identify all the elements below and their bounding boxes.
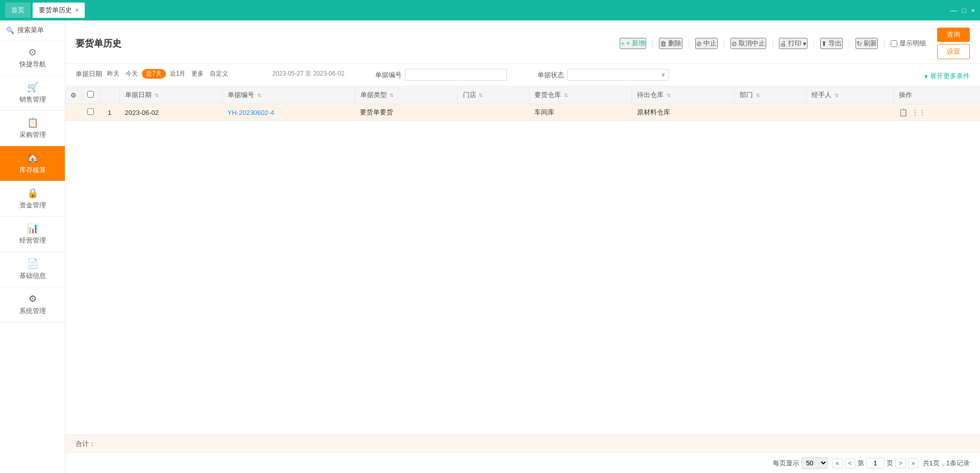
cancel-stop-label: 取消中止 (739, 39, 765, 48)
shortcut-7days[interactable]: 近7天 (142, 69, 166, 79)
per-page-select[interactable]: 20 50 100 (801, 457, 828, 469)
per-page-label: 每页显示 (773, 459, 799, 468)
date-filter-label: 单据日期 (76, 69, 102, 79)
sort-date-icon: ⇅ (155, 92, 159, 98)
divider-7 (884, 39, 885, 48)
cancel-stop-icon: ⊘ (731, 40, 737, 48)
print-icon: 🖨 (780, 40, 787, 48)
row-bill-no-link[interactable]: YH-20230602-4 (228, 109, 275, 116)
display-detail-toggle[interactable]: 显示明细 (891, 39, 926, 48)
sidebar-search[interactable]: 🔍 搜索菜单 (0, 20, 65, 40)
sidebar-item-label: 基础信息 (19, 271, 46, 280)
window-close-icon[interactable]: × (971, 7, 975, 14)
sidebar: 🔍 搜索菜单 ⊙ 快捷导航 🛒 销售管理 📋 采购管理 🏠 库存核算 🔒 资金管… (0, 20, 65, 473)
settings-button[interactable]: 设置 (937, 44, 970, 59)
refresh-button[interactable]: ↻ 刷新 (855, 38, 878, 49)
sales-icon: 🛒 (27, 82, 38, 93)
divider-5 (814, 39, 814, 48)
last-page-btn[interactable]: » (908, 458, 919, 468)
col-department[interactable]: 部门 ⇅ (734, 86, 806, 104)
pagination: 每页显示 20 50 100 « < 第 页 > » 共1页，1条记录 (65, 453, 980, 473)
col-req-warehouse[interactable]: 要货仓库 ⇅ (529, 86, 632, 104)
inventory-icon: 🏠 (27, 152, 38, 163)
table-header-row: ⚙ 单据日期 ⇅ 单据编号 ⇅ (65, 86, 980, 104)
cancel-stop-button[interactable]: ⊘ 取消中止 (730, 38, 766, 49)
data-table: ⚙ 单据日期 ⇅ 单据编号 ⇅ (65, 86, 980, 121)
status-select[interactable] (567, 69, 669, 81)
new-button[interactable]: + + 新增 (620, 38, 646, 49)
shortcut-1month[interactable]: 近1月 (168, 69, 188, 79)
more-icon[interactable]: ⋮⋮ (912, 108, 926, 116)
col-settings[interactable]: ⚙ (65, 86, 82, 104)
edit-icon[interactable]: 📋 (899, 108, 908, 116)
system-icon: ⚙ (29, 293, 37, 304)
delete-button[interactable]: 🗑 删除 (659, 38, 682, 49)
sidebar-item-quick-nav[interactable]: ⊙ 快捷导航 (0, 40, 65, 76)
first-page-btn[interactable]: « (832, 458, 843, 468)
stop-label: 中止 (703, 39, 717, 48)
new-label: + 新增 (626, 39, 645, 48)
col-bill-type[interactable]: 单据类型 ⇅ (355, 86, 457, 104)
next-page-btn[interactable]: > (895, 458, 906, 468)
display-detail-label: 显示明细 (899, 39, 926, 48)
bill-number-filter-group: 单据编号 (375, 69, 507, 81)
stop-button[interactable]: ⊘ 中止 (695, 38, 718, 49)
close-tab-icon[interactable]: × (75, 7, 79, 14)
col-bill-no[interactable]: 单据编号 ⇅ (223, 86, 355, 104)
sidebar-item-label: 资金管理 (19, 201, 46, 210)
row-store-cell (457, 104, 529, 121)
sidebar-item-base-info[interactable]: 📄 基础信息 (0, 252, 65, 287)
sidebar-item-sales[interactable]: 🛒 销售管理 (0, 76, 65, 111)
tab-active-label: 要货单历史 (39, 6, 72, 15)
status-filter-group: 单据状态 ▾ (537, 69, 669, 81)
page-title: 要货单历史 (76, 37, 121, 50)
maximize-icon[interactable]: □ (962, 7, 966, 14)
per-page-group: 每页显示 20 50 100 (773, 457, 828, 469)
minimize-icon[interactable]: — (950, 7, 957, 14)
expand-more-btn[interactable]: ▾ 展开更多条件 (924, 72, 970, 81)
print-dropdown-icon: ▾ (803, 40, 806, 48)
shortcut-custom[interactable]: 自定义 (208, 69, 230, 79)
shortcut-today[interactable]: 今天 (124, 69, 140, 79)
filter-area: 单据日期 昨天 今天 近7天 近1月 更多 自定义 2023-05-27 至 2… (65, 64, 980, 86)
sidebar-item-operations[interactable]: 📊 经营管理 (0, 217, 65, 252)
page-input[interactable] (866, 458, 885, 468)
sidebar-item-label: 库存核算 (19, 165, 46, 175)
row-checkbox[interactable] (87, 108, 94, 115)
sidebar-item-finance[interactable]: 🔒 资金管理 (0, 181, 65, 217)
sidebar-item-inventory[interactable]: 🏠 库存核算 (0, 146, 65, 181)
display-detail-checkbox[interactable] (891, 40, 897, 47)
bill-number-input[interactable] (405, 69, 507, 81)
sidebar-item-label: 经营管理 (19, 236, 46, 245)
sort-store-icon: ⇅ (479, 92, 483, 98)
col-store[interactable]: 门店 ⇅ (457, 86, 529, 104)
col-pending-warehouse[interactable]: 待出仓库 ⇅ (632, 86, 734, 104)
col-handler[interactable]: 经手人 ⇅ (806, 86, 894, 104)
sidebar-item-purchase[interactable]: 📋 采购管理 (0, 111, 65, 146)
divider-6 (849, 39, 849, 48)
col-num (100, 86, 120, 104)
window-controls: — □ × (950, 7, 975, 14)
query-button[interactable]: 查询 (937, 28, 970, 42)
sort-handler-icon: ⇅ (835, 92, 839, 98)
export-button[interactable]: ⬆ 导出 (820, 38, 843, 49)
tab-active[interactable]: 要货单历史 × (33, 3, 85, 18)
sidebar-item-system[interactable]: ⚙ 系统管理 (0, 287, 65, 322)
sidebar-item-label: 采购管理 (19, 130, 46, 139)
row-pending-warehouse-cell: 原材料仓库 (632, 104, 734, 121)
print-button[interactable]: 🖨 打印 ▾ (779, 38, 807, 49)
table-row: 1 2023-06-02 YH-20230602-4 要货单要货 车间库 原材料… (65, 104, 980, 121)
shortcut-yesterday[interactable]: 昨天 (105, 69, 121, 79)
sort-billtype-icon: ⇅ (389, 92, 394, 98)
status-select-wrapper: ▾ (567, 69, 669, 81)
content-area: 要货单历史 + + 新增 🗑 删除 ⊘ 中止 ⊘ (65, 20, 980, 473)
row-req-warehouse-cell: 车间库 (529, 104, 632, 121)
col-date[interactable]: 单据日期 ⇅ (120, 86, 223, 104)
divider-4 (772, 39, 773, 48)
purchase-icon: 📋 (27, 117, 38, 128)
export-icon: ⬆ (821, 40, 827, 48)
prev-page-btn[interactable]: < (845, 458, 855, 468)
shortcut-more[interactable]: 更多 (189, 69, 206, 79)
select-all-checkbox[interactable] (87, 91, 94, 98)
tab-home[interactable]: 首页 (5, 3, 31, 18)
